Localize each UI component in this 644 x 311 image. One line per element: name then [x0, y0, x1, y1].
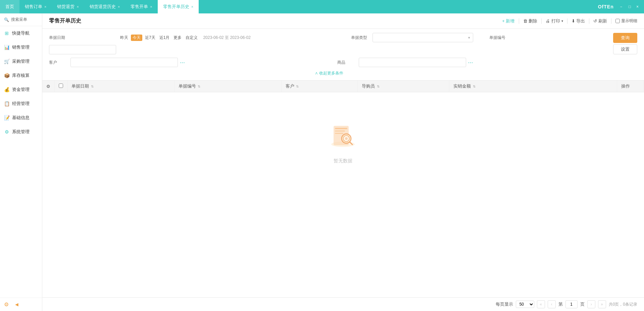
th-customer[interactable]: 客户 ⇅ [281, 81, 357, 92]
print-label: 🖨 打印 [546, 18, 560, 24]
date-opt-1month[interactable]: 近1月 [158, 34, 171, 41]
doc-type-label: 单据类型 [351, 35, 370, 41]
date-opt-7days[interactable]: 近7天 [144, 34, 157, 41]
column-settings-icon[interactable]: ⚙ [46, 84, 50, 89]
th-amount-sort-icon[interactable]: ⇅ [473, 85, 476, 88]
page-size-select[interactable]: 50 10 20 100 [516, 301, 534, 308]
date-opt-yesterday[interactable]: 昨天 [119, 34, 130, 41]
page-next-btn[interactable]: › [587, 300, 595, 308]
page-number-input[interactable] [565, 300, 578, 308]
sidebar-item-quick-nav[interactable]: ⊞ 快捷导航 [0, 26, 42, 40]
th-date-sort-icon[interactable]: ⇅ [91, 85, 94, 88]
svg-rect-4 [335, 133, 343, 134]
th-docno-label: 单据编号 [179, 84, 196, 89]
sidebar-item-basic-info[interactable]: 📝 基础信息 [0, 111, 42, 125]
date-range: 2023-06-02 至 2023-06-02 [203, 35, 335, 41]
show-detail-checkbox[interactable]: 显示明细 [615, 18, 637, 24]
add-button[interactable]: + 新增 [502, 18, 514, 24]
th-amount[interactable]: 实销金额 ⇅ [449, 81, 617, 92]
sidebar-item-purchase-mgmt[interactable]: 🛒 采购管理 [0, 54, 42, 68]
pagination-bar: 每页显示 50 10 20 100 « ‹ 第 页 › » 共0页，0条记录 [42, 297, 644, 311]
toolbar-divider-4 [589, 18, 589, 24]
show-detail-input[interactable] [615, 19, 620, 23]
sidebar-item-system[interactable]: ⚙ 系统管理 [0, 125, 42, 139]
customer-label: 客户 [49, 60, 68, 65]
doc-no-input[interactable] [49, 45, 116, 54]
th-docno-sort-icon[interactable]: ⇅ [198, 85, 200, 88]
collapse-sidebar-icon[interactable]: ◄ [14, 302, 19, 308]
print-button[interactable]: 🖨 打印 ▾ [546, 18, 563, 24]
tab-retail-open[interactable]: 零售开单 × [125, 0, 157, 13]
customer-ellipsis-btn[interactable]: ··· [180, 59, 185, 66]
sidebar-item-operations[interactable]: 📋 经营管理 [0, 97, 42, 111]
collapse-button[interactable]: ∧ 收起更多条件 [49, 69, 609, 77]
th-docno[interactable]: 单据编号 ⇅ [174, 81, 281, 92]
finance-icon: 💰 [4, 87, 9, 92]
inventory-label: 库存核算 [12, 72, 30, 79]
close-btn[interactable]: × [636, 4, 639, 9]
window-controls: OfTEn － □ × [593, 4, 644, 10]
tab-sales-order[interactable]: 销售订单 × [19, 0, 52, 13]
show-detail-label: 显示明细 [621, 18, 637, 24]
toolbar-divider-5 [611, 18, 611, 24]
date-label: 单据日期 [49, 35, 116, 41]
export-button[interactable]: ⬇ 导出 [572, 18, 585, 24]
th-salesperson[interactable]: 导购员 ⇅ [357, 81, 449, 92]
toolbar: + 新增 🗑 删除 🖨 打印 ▾ ⬇ 导出 ↺ 刷新 显示明细 [502, 18, 637, 24]
tab-sales-order-close[interactable]: × [44, 5, 46, 9]
th-settings[interactable]: ⚙ [42, 81, 55, 92]
tab-sales-return-label: 销货退货 [57, 4, 75, 10]
main-layout: 🔍 搜索采单 ⊞ 快捷导航 📊 销售管理 🛒 采购管理 📦 库存核算 💰 资金管… [0, 13, 644, 311]
tab-retail-open-label: 零售开单 [131, 4, 148, 10]
tab-sales-return-history[interactable]: 销货退货历史 × [84, 0, 125, 13]
tab-home[interactable]: 首页 [0, 0, 19, 13]
goods-input[interactable] [359, 58, 466, 67]
minimize-btn[interactable]: － [619, 4, 623, 10]
date-opt-custom[interactable]: 自定义 [184, 34, 199, 41]
page-prev-btn[interactable]: ‹ [548, 300, 556, 308]
tab-retail-open-history-close[interactable]: × [191, 5, 193, 9]
sidebar-search[interactable]: 🔍 搜索采单 [0, 13, 42, 26]
tab-retail-open-history[interactable]: 零售开单历史 × [158, 0, 199, 13]
data-table: ⚙ 单据日期 ⇅ 单据编号 ⇅ [42, 81, 644, 184]
refresh-button[interactable]: ↺ 刷新 [593, 18, 607, 24]
page-title: 零售开单历史 [49, 17, 81, 24]
page-size-label: 每页显示 [496, 301, 513, 307]
th-checkbox[interactable] [55, 81, 67, 92]
tab-sales-return[interactable]: 销货退货 × [52, 0, 84, 13]
print-dropdown-icon[interactable]: ▾ [561, 19, 563, 23]
sidebar-item-finance[interactable]: 💰 资金管理 [0, 83, 42, 97]
query-button[interactable]: 查询 [613, 33, 637, 43]
goods-label: 商品 [337, 60, 356, 65]
basic-info-label: 基础信息 [12, 115, 30, 121]
customer-input[interactable] [70, 58, 178, 67]
th-date[interactable]: 单据日期 ⇅ [67, 81, 175, 92]
filter-section: 单据日期 昨天 今天 近7天 近1月 更多 自定义 2023-06-02 至 2… [42, 29, 644, 81]
svg-rect-2 [335, 128, 347, 129]
sales-mgmt-icon: 📊 [4, 45, 9, 50]
doc-type-select[interactable]: ▾ [373, 33, 473, 42]
page-last-btn[interactable]: » [598, 300, 606, 308]
tab-sales-return-close[interactable]: × [77, 5, 79, 9]
delete-button[interactable]: 🗑 删除 [523, 18, 538, 24]
th-actions-label: 操作 [621, 84, 630, 89]
th-salesperson-sort-icon[interactable]: ⇅ [377, 85, 380, 88]
operations-icon: 📋 [4, 101, 9, 106]
date-opt-today[interactable]: 今天 [131, 35, 142, 41]
settings-icon[interactable]: ⚙ [4, 301, 9, 308]
sidebar-item-sales-mgmt[interactable]: 📊 销售管理 [0, 40, 42, 54]
select-all-checkbox[interactable] [59, 84, 63, 88]
finance-label: 资金管理 [12, 87, 30, 93]
maximize-btn[interactable]: □ [629, 4, 631, 9]
tab-retail-open-close[interactable]: × [150, 5, 152, 9]
empty-text: 暂无数据 [334, 158, 352, 164]
th-customer-sort-icon[interactable]: ⇅ [296, 85, 299, 88]
goods-ellipsis-btn[interactable]: ··· [468, 59, 473, 66]
page-first-btn[interactable]: « [537, 300, 545, 308]
tab-sales-return-history-close[interactable]: × [118, 5, 120, 9]
quick-nav-icon: ⊞ [4, 31, 9, 36]
date-opt-more[interactable]: 更多 [172, 34, 183, 41]
sidebar-item-inventory[interactable]: 📦 库存核算 [0, 68, 42, 83]
settings-button[interactable]: 设置 [613, 44, 637, 54]
system-icon: ⚙ [4, 129, 9, 135]
